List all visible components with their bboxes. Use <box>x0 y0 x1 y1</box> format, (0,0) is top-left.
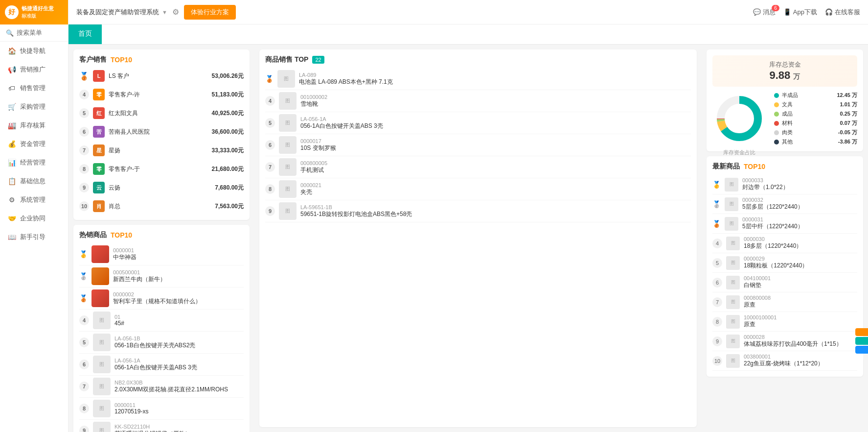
product-rank-item: 🥈 000500001 新西兰牛肉（新牛） <box>79 265 244 288</box>
nav-item-sales[interactable]: 🏷 销售管理 <box>0 79 68 97</box>
nav-item-collab[interactable]: 🤝 企业协同 <box>0 209 68 228</box>
nav-item-system[interactable]: ⚙ 系统管理 <box>0 191 68 209</box>
new-product-info: 0000029 18颗粒板（1220*2440） <box>744 256 857 270</box>
customer-value: 36,600.00元 <box>212 128 244 136</box>
inventory-total-label: 库存总资金 <box>717 60 852 69</box>
product-thumb <box>91 267 109 285</box>
medal-bronze-icon: 🥉 <box>712 220 721 228</box>
product-thumb: 图 <box>93 312 111 329</box>
product-info: 0000002 智利车子里（规格不知道填什么） <box>113 291 244 306</box>
nav-icon-basic: 📋 <box>7 177 16 186</box>
nav-label-purchase: 采购管理 <box>20 102 46 111</box>
inventory-unit: 万 <box>793 72 800 80</box>
product-code: LA-59651-1B <box>300 204 691 210</box>
system-name-container: 装备及固定资产辅助管理系统 ▼ <box>76 8 167 17</box>
nav-item-quicknav[interactable]: 🏠 快捷导航 <box>0 42 68 60</box>
legend-value-material: 0.07 万 <box>840 120 857 127</box>
medal-silver-icon: 🥈 <box>712 200 721 208</box>
headset-icon: 🎧 <box>825 8 833 16</box>
rank-num: 7 <box>712 297 722 307</box>
legend-label-material: 材料 <box>782 120 837 127</box>
cs-live-button[interactable]: 直播 <box>855 346 868 354</box>
rank-num: 6 <box>265 140 275 150</box>
customer-name: 红太阳文具 <box>109 109 208 118</box>
new-products-list: 🥇 图 0000033 封边带（1.0*22） 🥈 图 0000032 <box>712 175 857 371</box>
product-info: 000500001 新西兰牛肉（新牛） <box>113 269 244 284</box>
product-name: 056-1B白色按键开关壳ABS2壳 <box>114 341 244 350</box>
new-product-name: 18颗粒板（1220*2440） <box>744 262 857 270</box>
product-thumb: 图 <box>93 400 111 417</box>
product-rank-item: 🥉 0000002 智利车子里（规格不知道填什么） <box>79 288 244 310</box>
customer-rank-card: 客户销售 TOP10 🥉 L LS 客户 53,006.26元 4 <box>73 49 250 220</box>
nav-item-finance[interactable]: 💰 资金管理 <box>0 135 68 153</box>
rank-num: 9 <box>265 206 275 216</box>
search-menu[interactable]: 🔍 搜索菜单 <box>0 24 68 42</box>
rank-num-7: 7 <box>79 145 89 155</box>
rank-num: 5 <box>265 118 275 128</box>
rank-num: 6 <box>79 360 89 369</box>
medal-bronze-icon: 🥉 <box>79 72 89 81</box>
search-menu-label: 搜索菜单 <box>17 28 42 37</box>
message-icon: 💬 <box>753 8 761 16</box>
nav-item-marketing[interactable]: 📢 营销推广 <box>0 60 68 79</box>
try-plan-button[interactable]: 体验行业方案 <box>184 5 236 20</box>
customer-rank-list: 🥉 L LS 客户 53,006.26元 4 零 零售客户-许 51,183.0… <box>79 68 244 214</box>
product-name: 花语暖恒温分罐罐袋（厚款） <box>114 430 244 432</box>
product-name: 056-1A白色按键开关盖ABS 3壳 <box>300 122 691 130</box>
rank-num: 8 <box>712 317 722 327</box>
rank-num: 4 <box>265 96 275 106</box>
new-product-item: 🥇 图 0000033 封边带（1.0*22） <box>712 175 857 194</box>
sales-rank-badge: 22 <box>312 56 324 64</box>
settings-gear-icon[interactable]: ⚙ <box>172 7 179 17</box>
nav-item-inventory[interactable]: 🏭 库存核算 <box>0 116 68 135</box>
messages-button[interactable]: 💬 消息 6 <box>753 8 776 17</box>
product-thumb: 图 <box>279 202 297 220</box>
dropdown-arrow-icon: ▼ <box>162 9 167 15</box>
product-rank-item: 6 图 LA-056-1A 056-1A白色按键开关盖ABS 3壳 <box>79 354 244 376</box>
customer-rank-title: 客户销售 <box>79 55 107 64</box>
product-thumb: 图 <box>279 114 297 132</box>
product-rank-item: 5 图 LA-056-1B 056-1B白色按键开关壳ABS2壳 <box>79 332 244 354</box>
rank-num-9: 9 <box>79 183 89 192</box>
customer-value: 40,925.00元 <box>212 109 244 118</box>
rank-num-10: 10 <box>79 201 89 211</box>
customer-value: 21,680.00元 <box>212 165 244 173</box>
nav-icon-guide: 📖 <box>7 233 16 241</box>
online-service-button[interactable]: 🎧 在线客服 <box>825 8 860 17</box>
customer-value: 33,333.00元 <box>212 146 244 155</box>
logo-icon: 好 <box>5 5 19 19</box>
product-code: LA-089 <box>299 72 691 78</box>
tab-home[interactable]: 首页 <box>69 24 102 44</box>
nav-item-basic[interactable]: 📋 基础信息 <box>0 172 68 191</box>
cs-community-button[interactable]: 服务社区 <box>855 337 868 345</box>
app-download-button[interactable]: 📱 App下载 <box>783 8 817 17</box>
product-code: 000500001 <box>113 269 244 275</box>
legend-item-product: 成品 0.25 万 <box>774 110 857 118</box>
product-name: 雪地靴 <box>300 100 691 108</box>
nav-item-operations[interactable]: 📊 经营管理 <box>0 153 68 172</box>
cs-hotline-button[interactable]: 客服热线 <box>855 328 868 336</box>
new-product-code: 004100001 <box>744 275 857 281</box>
new-product-item: 8 图 10000100001 原查 <box>712 312 857 332</box>
dashboard: 客户销售 TOP10 🥉 L LS 客户 53,006.26元 4 <box>69 45 868 432</box>
sales-rank-card: 商品销售 TOP 22 🥉 图 LA-089 电池盖 LA-089 ABS本色+… <box>259 49 697 427</box>
legend-label-product: 成品 <box>782 110 837 118</box>
product-code: LA-056-1A <box>114 358 244 363</box>
product-name: 10S 变制罗猴 <box>300 144 691 152</box>
legend-value-stationery: 1.01 万 <box>840 101 857 108</box>
product-name: 12070519-xs <box>114 408 244 415</box>
new-product-item: 9 图 0000028 体城荔枝味苏打饮品400毫升（1*15） <box>712 332 857 351</box>
customer-name: LS 客户 <box>109 72 208 80</box>
customer-rank-item: 8 零 零售客户-于 21,680.00元 <box>79 161 244 177</box>
legend-value-meat: -0.05 万 <box>838 129 857 136</box>
product-thumb: 图 <box>93 378 111 395</box>
nav-item-purchase[interactable]: 🛒 采购管理 <box>0 97 68 116</box>
legend-item-stationery: 文具 1.01 万 <box>774 101 857 108</box>
new-product-thumb: 图 <box>726 315 740 329</box>
medal-silver-icon: 🥈 <box>79 272 88 280</box>
new-product-info: 0000031 5层中纤（1220*2440） <box>742 216 857 231</box>
nav-icon-quicknav: 🏠 <box>7 47 16 55</box>
nav-item-guide[interactable]: 📖 新手引导 <box>0 228 68 246</box>
donut-chart: 库存资金占比 <box>712 92 766 145</box>
new-product-code: 0000033 <box>742 177 857 183</box>
